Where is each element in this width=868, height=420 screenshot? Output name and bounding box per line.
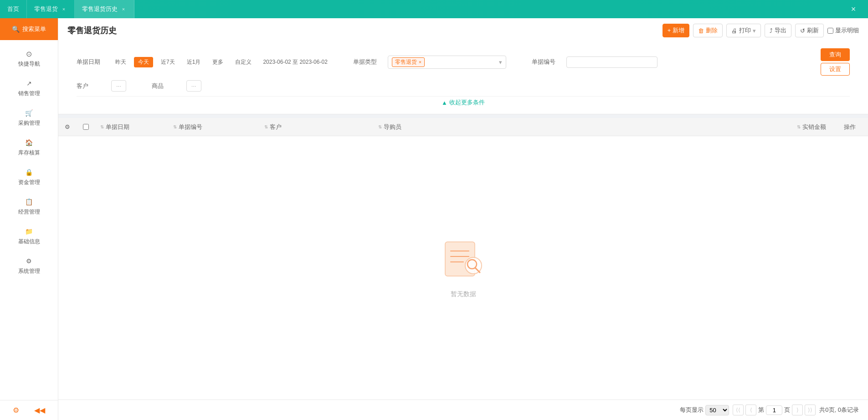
sidebar-item-quick-nav[interactable]: ⊙ 快捷导航	[0, 44, 58, 73]
empty-state: 暂无数据	[58, 136, 868, 400]
refresh-icon: ↺	[800, 27, 805, 34]
page-prev-btn[interactable]: ⟨	[745, 405, 756, 415]
refresh-button[interactable]: ↺ 刷新	[795, 24, 824, 37]
basic-info-icon: 📁	[25, 227, 34, 236]
page-next-btn[interactable]: ⟩	[792, 405, 803, 415]
date-last-month-btn[interactable]: 近1月	[183, 57, 205, 67]
th-checkbox[interactable]	[77, 119, 95, 134]
sort-icon: ⇅	[173, 124, 177, 129]
date-more-btn[interactable]: 更多	[208, 57, 227, 67]
bill-type-tag-label: 零售退货	[395, 58, 417, 66]
sidebar-search[interactable]: 🔍 搜索菜单	[0, 18, 58, 40]
bill-no-label: 单据编号	[532, 58, 559, 66]
table-header: ⚙ ⇅ 单据日期 ⇅ 单据编号 ⇅ 客户 ⇅	[58, 118, 868, 136]
export-icon: ⤴	[770, 27, 773, 34]
page-size-select: 每页显示 10 20 50 100	[680, 405, 729, 415]
customer-ellipsis-btn[interactable]: ···	[111, 80, 126, 92]
page-first-btn[interactable]: ⟨⟨	[733, 405, 744, 415]
bill-type-arrow-icon: ▾	[499, 59, 502, 66]
sidebar-item-inventory[interactable]: 🏠 库存核算	[0, 133, 58, 162]
volume-bottom-icon[interactable]: ◀◀	[34, 406, 45, 415]
tab-retail-return-history[interactable]: 零售退货历史 ×	[75, 0, 134, 18]
bill-type-select[interactable]: 零售退货 × ▾	[388, 56, 506, 69]
total-text: 共0页, 0条记录	[819, 406, 859, 414]
page-header: 零售退货历史 + 新增 🗑 删除 🖨 打印 ▾ ⤴ 导出	[58, 18, 868, 114]
th-customer-label: 客户	[270, 123, 282, 131]
settings-bottom-icon[interactable]: ⚙	[13, 406, 19, 415]
tab-retail-return-close[interactable]: ×	[61, 6, 67, 12]
display-toggle-checkbox[interactable]	[827, 28, 833, 34]
page-header-top: 零售退货历史 + 新增 🗑 删除 🖨 打印 ▾ ⤴ 导出	[67, 24, 859, 37]
date-filters: 昨天 今天 近7天 近1月 更多 自定义	[111, 57, 256, 67]
filter-settings-button[interactable]: 设置	[821, 63, 850, 76]
goods-filter-label: 商品	[152, 82, 179, 90]
th-guide[interactable]: ⇅ 导购员	[373, 118, 464, 136]
export-button[interactable]: ⤴ 导出	[765, 24, 791, 37]
sidebar-search-label: 搜索菜单	[22, 25, 46, 33]
delete-label: 删除	[706, 26, 718, 35]
collapse-arrow-icon: ▲	[442, 99, 447, 106]
bill-type-tag: 零售退货 ×	[392, 57, 425, 67]
th-date-label: 单据日期	[106, 123, 129, 131]
date-yesterday-btn[interactable]: 昨天	[111, 57, 130, 67]
goods-ellipsis-btn[interactable]: ···	[186, 80, 201, 92]
th-amount-label: 实销金额	[802, 123, 826, 131]
sort-icon: ⇅	[100, 124, 104, 129]
delete-icon: 🗑	[698, 27, 704, 34]
th-billno[interactable]: ⇅ 单据编号	[168, 118, 259, 136]
empty-text: 暂无数据	[451, 290, 476, 298]
sidebar-item-basic-info[interactable]: 📁 基础信息	[0, 221, 58, 251]
close-window-button[interactable]: ×	[846, 2, 861, 16]
bill-type-tag-remove[interactable]: ×	[419, 59, 421, 65]
collapse-filters-btn[interactable]: ▲ 收起更多条件	[77, 96, 850, 108]
tab-retail-return-history-label: 零售退货历史	[82, 5, 118, 13]
th-amount[interactable]: ⇅ 实销金额	[464, 118, 832, 136]
date-last7-btn[interactable]: 近7天	[157, 57, 179, 67]
display-toggle[interactable]: 显示明细	[827, 26, 859, 35]
purchase-icon: 🛒	[25, 108, 34, 118]
sidebar-item-label: 经营管理	[18, 208, 40, 216]
sales-icon: ↗	[25, 79, 34, 88]
toolbar: + 新增 🗑 删除 🖨 打印 ▾ ⤴ 导出 ↺	[663, 24, 859, 37]
select-all-checkbox[interactable]	[83, 124, 89, 130]
sidebar-item-label: 销售管理	[18, 90, 40, 97]
sidebar-item-operations-mgmt[interactable]: 📋 经营管理	[0, 192, 58, 221]
operations-icon: 📋	[25, 197, 34, 206]
query-button[interactable]: 查询	[821, 48, 850, 61]
sidebar-item-label: 基础信息	[18, 238, 40, 246]
tab-home-label: 首页	[7, 5, 19, 13]
th-customer[interactable]: ⇅ 客户	[259, 118, 373, 136]
page-last-btn[interactable]: ⟩⟩	[805, 405, 816, 415]
column-settings-icon[interactable]: ⚙	[65, 123, 70, 130]
date-today-btn[interactable]: 今天	[134, 57, 153, 67]
sidebar-item-finance-mgmt[interactable]: 🔒 资金管理	[0, 162, 58, 192]
add-button[interactable]: + 新增	[663, 24, 689, 37]
display-toggle-label: 显示明细	[835, 26, 859, 35]
print-button[interactable]: 🖨 打印 ▾	[726, 24, 761, 37]
quick-nav-icon: ⊙	[25, 49, 34, 58]
th-date[interactable]: ⇅ 单据日期	[95, 118, 168, 136]
filter-row-2: 客户 ··· 商品 ···	[77, 80, 850, 92]
sidebar-item-purchase-mgmt[interactable]: 🛒 采购管理	[0, 103, 58, 133]
tab-retail-return-history-close[interactable]: ×	[120, 6, 127, 12]
refresh-label: 刷新	[807, 26, 819, 35]
customer-filter-label: 客户	[77, 82, 104, 90]
tab-home[interactable]: 首页	[0, 0, 27, 18]
sidebar-item-label: 系统管理	[18, 267, 40, 275]
bill-no-input[interactable]	[566, 56, 657, 68]
sidebar-item-system-mgmt[interactable]: ⚙ 系统管理	[0, 251, 58, 281]
empty-svg	[436, 237, 491, 283]
th-settings[interactable]: ⚙	[58, 123, 77, 130]
delete-button[interactable]: 🗑 删除	[693, 24, 723, 37]
page-title: 零售退货历史	[67, 25, 117, 36]
system-icon: ⚙	[25, 256, 34, 266]
sidebar-item-label: 库存核算	[18, 149, 40, 157]
page-size-dropdown[interactable]: 10 20 50 100	[705, 405, 729, 415]
th-guide-label: 导购员	[384, 123, 401, 131]
sort-icon: ⇅	[378, 124, 382, 129]
sidebar-item-sales-mgmt[interactable]: ↗ 销售管理	[0, 73, 58, 103]
date-custom-btn[interactable]: 自定义	[231, 57, 256, 67]
tab-retail-return[interactable]: 零售退货 ×	[27, 0, 75, 18]
sidebar-item-label: 采购管理	[18, 119, 40, 127]
page-number-input[interactable]	[766, 405, 782, 415]
